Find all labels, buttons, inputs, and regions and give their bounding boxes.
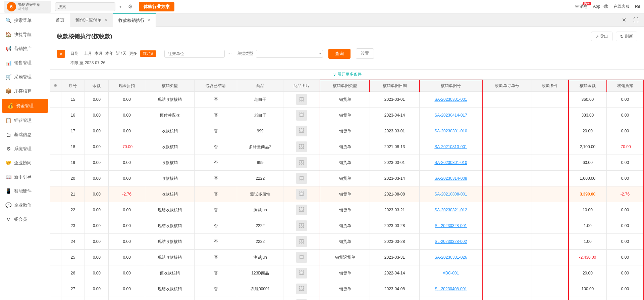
goods-img-cell: 🖼 bbox=[283, 234, 320, 250]
collapse-arrow-button[interactable]: » bbox=[57, 50, 65, 58]
sidebar-label: 营销推广 bbox=[14, 46, 32, 52]
sidebar-label: 新手引导 bbox=[14, 174, 32, 180]
sidebar-item-search-menu[interactable]: 🔍 搜索菜单 bbox=[0, 13, 50, 28]
goods-img-cell: 🖼 bbox=[283, 250, 320, 265]
search-input[interactable] bbox=[55, 2, 115, 11]
notification-bell[interactable]: ✉ 消息 99+ bbox=[575, 4, 588, 9]
voucher-type-select-wrapper: ▾ bbox=[256, 50, 323, 58]
refresh-icon: ↻ bbox=[620, 34, 624, 39]
date-label: 日期 bbox=[70, 51, 78, 56]
export-icon: ↗ bbox=[595, 34, 599, 39]
table-row: 250.000.00现结收款核销否测试jun🖼销货退货单2023-03-31SA… bbox=[50, 250, 644, 265]
sidebar-item-marketing[interactable]: 📢 营销推广 bbox=[0, 42, 50, 56]
goods-img-cell: 🖼 bbox=[283, 139, 320, 155]
table-row: 270.000.00现结收款核销否衣服00001🖼销货单2023-04-08SL… bbox=[50, 281, 644, 297]
sidebar-label: 企业协同 bbox=[14, 160, 32, 166]
sidebar-item-sys-mgmt[interactable]: ⚙ 系统管理 bbox=[0, 142, 50, 156]
marketing-icon: 📢 bbox=[5, 46, 11, 52]
sidebar-item-member[interactable]: V 畅会员 bbox=[0, 212, 50, 226]
goods-image: 🖼 bbox=[296, 94, 307, 105]
expand-conditions: ∨ 展开更多条件 bbox=[50, 70, 644, 80]
goods-img-cell: 🖼 bbox=[283, 108, 320, 123]
table-row: 200.000.00收款核销否2222🖼销货单2023-03-14SA-2023… bbox=[50, 171, 644, 186]
sidebar-item-guide[interactable]: 📖 新手引导 bbox=[0, 170, 50, 184]
sidebar-item-basic-info[interactable]: 🗂 基础信息 bbox=[0, 128, 50, 142]
tab-prepay-close[interactable]: ✕ bbox=[104, 18, 107, 22]
partner-input[interactable] bbox=[164, 50, 225, 58]
sidebar-item-operation[interactable]: 📋 经营管理 bbox=[0, 114, 50, 128]
goods-img-cell: 🖼 bbox=[283, 202, 320, 218]
date-option-last-month[interactable]: 上月 bbox=[84, 51, 92, 56]
goods-image: 🖼 bbox=[296, 126, 307, 136]
sidebar-item-wechat[interactable]: 💬 企业微信 bbox=[0, 198, 50, 212]
maximize-icon[interactable]: ⛶ bbox=[631, 15, 641, 25]
query-button[interactable]: 查询 bbox=[328, 49, 351, 59]
member-icon: V bbox=[5, 216, 11, 222]
tab-home[interactable]: 首页 bbox=[50, 13, 70, 27]
sales-icon: 📊 bbox=[5, 60, 11, 66]
goods-img-cell: 🖼 bbox=[283, 297, 320, 300]
table-row: 240.000.00现结收款核销否2222🖼销货单2023-03-28SL-20… bbox=[50, 234, 644, 250]
settings-button[interactable]: 设置 bbox=[356, 48, 374, 59]
smart-hw-icon: 📱 bbox=[5, 188, 11, 194]
expand-conditions-button[interactable]: ∨ 展开更多条件 bbox=[57, 72, 637, 77]
chevron-down-icon[interactable]: ▾ bbox=[119, 4, 121, 9]
filter-area: » 日期 上月 本月 本年 近7天 更多 自定义 ··· bbox=[50, 45, 644, 70]
sidebar-item-corp-collab[interactable]: 🤝 企业协同 bbox=[0, 156, 50, 170]
date-option-this-year[interactable]: 本年 bbox=[105, 51, 113, 56]
inventory-icon: 📦 bbox=[5, 88, 11, 94]
refresh-button[interactable]: ↻ 刷新 bbox=[616, 32, 637, 41]
th-verify-no: 核销单据号 bbox=[420, 80, 482, 92]
date-option-7days[interactable]: 近7天 bbox=[116, 51, 126, 56]
goods-img-cell: 🖼 bbox=[283, 281, 320, 297]
industry-solution-button[interactable]: 体验行业方案 bbox=[139, 2, 174, 11]
guide-icon: 📖 bbox=[5, 174, 11, 180]
page-title: 收款核销执行(按收款) bbox=[57, 33, 112, 40]
expand-icon: ∨ bbox=[333, 72, 336, 77]
sidebar-item-smart-hw[interactable]: 📱 智能硬件 bbox=[0, 184, 50, 198]
gear-icon[interactable]: ⚙ bbox=[125, 2, 135, 11]
online-service-link[interactable]: 在线客服 bbox=[613, 4, 630, 9]
column-settings-icon[interactable]: ⚙ bbox=[54, 83, 57, 88]
tab-actions: ✕ ⛶ bbox=[619, 15, 644, 25]
goods-image: 🖼 bbox=[296, 236, 307, 247]
tab-collection-close[interactable]: ✕ bbox=[147, 18, 150, 23]
sidebar-label: 智能硬件 bbox=[14, 188, 32, 194]
table-row: 150.000.00现结收款核销否老白干🖼销货单2023-03-01SA-202… bbox=[50, 92, 644, 108]
voucher-type-select[interactable] bbox=[256, 50, 323, 58]
date-option-this-month[interactable]: 本月 bbox=[95, 51, 103, 56]
logo: 6 畅捷通好生意 标准版 bbox=[4, 1, 51, 13]
close-window-icon[interactable]: ✕ bbox=[619, 15, 629, 25]
th-seq: 序号 bbox=[61, 80, 85, 92]
purchase-icon: 🛒 bbox=[5, 74, 11, 80]
table-row: 220.000.00现结收款核销否测试jun🖼销货单2023-03-21SA-2… bbox=[50, 202, 644, 218]
tab-home-label: 首页 bbox=[56, 17, 64, 23]
home-icon: 🏠 bbox=[5, 32, 11, 38]
app-download-link[interactable]: App下载 bbox=[593, 4, 608, 9]
sidebar-item-quick-nav[interactable]: 🏠 快捷导航 bbox=[0, 28, 50, 42]
goods-img-cell: 🖼 bbox=[283, 92, 320, 108]
tab-collection[interactable]: 收款核销执行 ✕ bbox=[113, 13, 156, 27]
th-cash-discount: 现金折扣 bbox=[109, 80, 145, 92]
th-verify-date: 核销单据日期 bbox=[370, 80, 419, 92]
export-button[interactable]: ↗ 导出 bbox=[591, 32, 612, 41]
tab-prepay-label: 预付冲应付单 bbox=[75, 17, 102, 23]
sidebar-item-inventory[interactable]: 📦 库存核算 bbox=[0, 84, 50, 98]
date-option-more[interactable]: 更多 bbox=[129, 51, 137, 56]
goods-img-cell: 🖼 bbox=[283, 265, 320, 281]
th-verify-type: 核销类型 bbox=[145, 80, 195, 92]
ellipsis-icon[interactable]: ··· bbox=[227, 51, 232, 57]
sidebar-item-sales[interactable]: 📊 销售管理 bbox=[0, 56, 50, 70]
wechat-icon: 💬 bbox=[5, 202, 11, 208]
goods-img-cell: 🖼 bbox=[283, 123, 320, 139]
goods-image: 🖼 bbox=[296, 157, 307, 168]
top-bar: 6 畅捷通好生意 标准版 ▾ ⚙ 体验行业方案 ✉ 消息 99+ App下载 在… bbox=[0, 0, 644, 13]
sidebar-item-purchase[interactable]: 🛒 采购管理 bbox=[0, 70, 50, 84]
table-row: 210.00-2.76收款核销否测试多属性🖼销货单2021-08-08SA-20… bbox=[50, 186, 644, 202]
tab-prepay[interactable]: 预付冲应付单 ✕ bbox=[70, 13, 113, 27]
brand-icon: 6 bbox=[7, 2, 16, 11]
custom-date-button[interactable]: 自定义 bbox=[140, 50, 156, 57]
table-row: 190.000.00收款核销否999🖼销货单2023-03-01SA-20230… bbox=[50, 155, 644, 171]
table-row: 280.000.00现结收款核销否2222🖼销货单2023-04-18SL-20… bbox=[50, 297, 644, 300]
sidebar-item-finance[interactable]: 💰 资金管理 bbox=[2, 99, 48, 113]
